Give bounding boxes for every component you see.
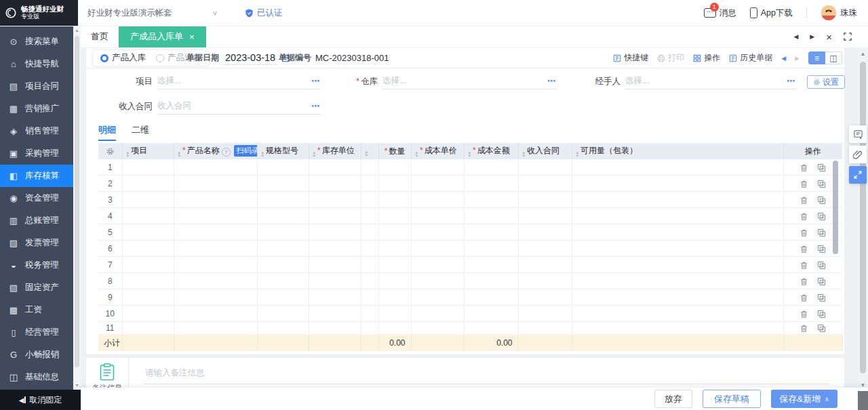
sort-icon[interactable]: ▴▾	[366, 150, 368, 157]
cell-blank[interactable]	[361, 306, 378, 322]
sidebar-item-4[interactable]: ▦ 营销推广	[0, 98, 73, 120]
cell-income-contract[interactable]	[518, 273, 572, 289]
delete-row-icon[interactable]	[800, 245, 808, 253]
scroll-up-icon[interactable]: ▲	[858, 51, 868, 57]
cell-spec[interactable]	[257, 306, 309, 322]
cell-income-contract[interactable]	[518, 176, 572, 192]
cell-blank[interactable]	[361, 289, 378, 306]
cell-cost-amount[interactable]	[464, 241, 518, 257]
cell-cost-amount[interactable]	[464, 176, 518, 192]
delete-row-icon[interactable]	[800, 310, 808, 319]
cell-income-contract[interactable]	[518, 224, 572, 241]
sidebar-item-1[interactable]: ⊙ 搜索菜单	[0, 30, 73, 53]
expand-tool[interactable]	[849, 166, 867, 184]
contract-more-icon[interactable]: ⋯	[311, 101, 321, 111]
delete-row-icon[interactable]	[800, 180, 808, 188]
sidebar-item-5[interactable]: ◈ 销售管理	[0, 120, 73, 142]
close-all-tabs-icon[interactable]: ×	[826, 31, 832, 43]
sidebar-item-2[interactable]: ⌂ 快捷导航	[0, 53, 73, 75]
delete-row-icon[interactable]	[800, 228, 808, 237]
cell-quantity[interactable]	[378, 241, 411, 257]
cell-spec[interactable]	[257, 289, 309, 306]
cell-blank[interactable]	[361, 208, 378, 224]
tab-home[interactable]: 首页	[81, 26, 119, 47]
cell-cost-amount[interactable]	[464, 306, 518, 322]
tab-stock-in-doc[interactable]: 产成品入库单 ×	[119, 26, 206, 47]
cell-cost-amount[interactable]	[464, 208, 518, 224]
cell-income-contract[interactable]	[518, 159, 572, 176]
sidebar-scrollbar[interactable]: ▲ ▼	[73, 26, 81, 390]
page-scroll-thumb[interactable]	[860, 62, 866, 373]
cell-cost-price[interactable]	[411, 322, 464, 335]
cell-spec[interactable]	[257, 241, 309, 257]
cell-project[interactable]	[122, 224, 174, 241]
cell-cost-price[interactable]	[411, 289, 464, 306]
cell-blank[interactable]	[361, 224, 378, 241]
scroll-up-icon[interactable]: ▲	[73, 28, 81, 33]
cell-blank[interactable]	[361, 192, 378, 208]
cell-project[interactable]	[122, 192, 174, 208]
cell-project[interactable]	[122, 159, 174, 176]
cell-project[interactable]	[122, 208, 174, 224]
cell-income-contract[interactable]	[518, 306, 572, 322]
close-tab-icon[interactable]: ×	[189, 32, 195, 42]
attachment-tool[interactable]	[849, 146, 867, 163]
note-input[interactable]	[144, 362, 829, 384]
grid-scrollbar-thumb[interactable]	[833, 161, 838, 254]
cell-spec[interactable]	[257, 322, 309, 335]
cell-blank[interactable]	[361, 176, 378, 192]
cell-available-qty[interactable]	[572, 257, 783, 273]
cell-income-contract[interactable]	[518, 241, 572, 257]
page-scrollbar[interactable]: ▲ ▼	[858, 48, 868, 391]
cell-cost-price[interactable]	[411, 241, 464, 257]
cell-quantity[interactable]	[378, 192, 411, 208]
sidebar-item-12[interactable]: ▧ 固定资产	[0, 276, 73, 299]
sidebar-item-15[interactable]: G 小畅报销	[0, 344, 73, 366]
cell-quantity[interactable]	[378, 273, 411, 289]
cell-product-name[interactable]	[174, 306, 257, 322]
cell-spec[interactable]	[257, 176, 309, 192]
cell-blank[interactable]	[361, 273, 378, 289]
copy-row-icon[interactable]	[817, 163, 826, 172]
copy-row-icon[interactable]	[817, 293, 826, 302]
column-settings-button[interactable]: 设置	[807, 75, 845, 89]
cell-project[interactable]	[122, 273, 174, 289]
cell-unit[interactable]	[309, 289, 361, 306]
cell-project[interactable]	[122, 322, 174, 335]
discard-button[interactable]: 放弃	[654, 390, 692, 408]
card-view-toggle[interactable]: ◫	[825, 52, 842, 64]
cell-unit[interactable]	[309, 257, 361, 273]
cell-product-name[interactable]	[174, 322, 257, 335]
help-icon[interactable]: ?	[222, 148, 231, 157]
sidebar-item-13[interactable]: ▩ 工资	[0, 299, 73, 321]
cell-unit[interactable]	[309, 159, 361, 176]
cell-available-qty[interactable]	[572, 306, 783, 322]
cell-available-qty[interactable]	[572, 192, 783, 208]
sidebar-item-3[interactable]: ▤ 项目合同	[0, 75, 73, 98]
print-button[interactable]: 打印	[657, 52, 684, 64]
cell-available-qty[interactable]	[572, 224, 783, 241]
cell-quantity[interactable]	[378, 257, 411, 273]
cell-spec[interactable]	[257, 257, 309, 273]
warehouse-more-icon[interactable]: ⋯	[547, 76, 557, 86]
cell-available-qty[interactable]	[572, 241, 783, 257]
copy-row-icon[interactable]	[817, 196, 826, 205]
cell-income-contract[interactable]	[518, 208, 572, 224]
project-select[interactable]: 选择... ⋯	[157, 73, 321, 89]
cell-blank[interactable]	[361, 241, 378, 257]
cell-unit[interactable]	[309, 322, 361, 335]
prev-doc-icon[interactable]: ◀	[781, 55, 786, 62]
cell-blank[interactable]	[361, 322, 378, 335]
copy-row-icon[interactable]	[817, 180, 826, 188]
cell-quantity[interactable]	[378, 289, 411, 306]
delete-row-icon[interactable]	[800, 293, 808, 302]
copy-row-icon[interactable]	[817, 261, 826, 270]
cell-project[interactable]	[122, 241, 174, 257]
user-menu[interactable]: 珠珠	[821, 5, 857, 21]
sort-icon[interactable]: ▴▾	[313, 151, 316, 158]
unpin-sidebar-button[interactable]: ◀ 取消固定	[0, 390, 81, 410]
cell-unit[interactable]	[309, 306, 361, 322]
shortcut-keys-button[interactable]: 快捷键	[613, 52, 648, 64]
sidebar-item-6[interactable]: ▣ 采购管理	[0, 142, 73, 165]
sidebar-scroll-thumb[interactable]	[75, 36, 79, 367]
